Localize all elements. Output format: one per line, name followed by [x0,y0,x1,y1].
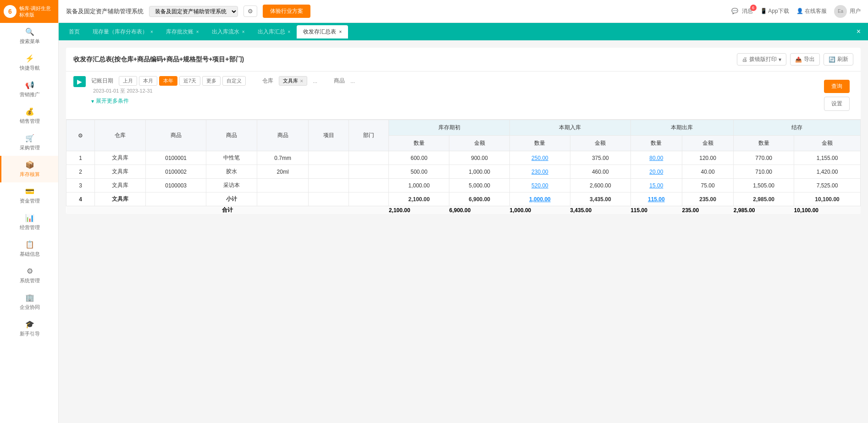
th-warehouse: 仓库 [95,120,146,151]
app-download-area[interactable]: 📱 App下载 [760,7,789,15]
row-in-qty[interactable]: 250.00 [510,151,570,165]
row-spec [257,192,308,206]
row-spec [257,179,308,192]
th-current-in: 本期入库 [510,120,631,136]
tab-batch-account[interactable]: 库存批次账 × [160,25,205,38]
notification-area[interactable]: 💬 6 消息 [731,7,752,15]
row-bal-amt: 7,525.00 [794,179,861,192]
row-out-qty-link[interactable]: 15.00 [649,182,663,189]
row-in-qty-link[interactable]: 230.00 [531,169,548,175]
row-spec: 20ml [257,165,308,179]
sidebar-item-marketing[interactable]: 📢 营销推广 [0,76,58,103]
sidebar-item-purchase[interactable]: 🛒 采购管理 [0,129,58,156]
page-title-bar: 收发存汇总表(按仓库+商品编码+商品+规格型号+项目+部门) 🖨 拨镜版打印 ▾… [66,48,861,71]
tab-close-recv-send-summary[interactable]: × [339,29,342,34]
set-button[interactable]: 设置 [824,97,850,111]
export-button[interactable]: 📤 导出 [790,53,820,66]
row-in-qty-link[interactable]: 520.00 [531,182,548,189]
sidebar: 6 畅库·调好生意 标准版 🔍 搜索菜单 ⚡ 快捷导航 📢 营销推广 💰 销售管… [0,0,59,423]
row-bal-qty: 2,985.00 [734,192,794,206]
tab-recv-send-summary[interactable]: 收发存汇总表 × [297,25,348,38]
sidebar-item-system[interactable]: ⚙ 系统管理 [0,262,58,289]
filter-arrow-button[interactable]: ▶ [73,76,86,87]
row-code: 0100003 [146,179,206,192]
row-in-qty-link[interactable]: 250.00 [531,155,548,161]
tab-close-inout-summary[interactable]: × [288,29,291,34]
trial-button[interactable]: 体验行业方案 [263,5,310,18]
row-in-qty[interactable]: 230.00 [510,165,570,179]
query-button[interactable]: 查询 [824,80,850,93]
sidebar-item-search[interactable]: 🔍 搜索菜单 [0,23,58,49]
sidebar-item-inventory[interactable]: 📦 库存核算 [0,156,58,182]
date-btn-curr-month[interactable]: 本月 [139,76,157,86]
tab-close-inout-flow[interactable]: × [242,29,245,34]
th-current-out: 本期出库 [630,120,734,136]
row-out-qty-link[interactable]: 115.00 [648,196,665,203]
page-content: 收发存汇总表(按仓库+商品编码+商品+规格型号+项目+部门) 🖨 拨镜版打印 ▾… [59,40,868,423]
user-area[interactable]: Ea 用户 [834,5,861,18]
row-out-qty-link[interactable]: 80.00 [649,155,663,161]
date-btn-curr-year[interactable]: 本年 [159,76,177,86]
row-in-qty-link[interactable]: 1,000.00 [529,196,551,203]
th-settings[interactable]: ⚙ [66,120,95,151]
notification-icon: 💬 [731,8,738,14]
online-service-area[interactable]: 👤 在线客服 [796,7,827,15]
date-btn-7days[interactable]: 近7天 [179,76,200,86]
row-department [348,179,389,192]
date-btn-more[interactable]: 更多 [202,76,221,86]
tab-inout-summary[interactable]: 出入库汇总 × [251,25,297,38]
settings-gear-button[interactable]: ⚙ [243,5,257,17]
sidebar-item-operation[interactable]: 📊 经营管理 [0,209,58,236]
sidebar-item-sales[interactable]: 💰 销售管理 [0,103,58,129]
sidebar-item-finance[interactable]: 💳 资金管理 [0,182,58,209]
th-in-amt: 金额 [570,136,630,151]
tab-inout-flow[interactable]: 出入库流水 × [205,25,251,38]
row-spec: 0.7mm [257,151,308,165]
th-bal-amt: 金额 [794,136,861,151]
tab-inventory-dist[interactable]: 现存量（库存分布表） × [86,25,160,38]
logo-icon: 6 [4,5,17,18]
table-row: 1文具库0100001中性笔0.7mm600.00900.00250.00375… [66,151,861,165]
tab-bar-close-button[interactable]: × [853,27,864,36]
system-selector[interactable]: 装备及固定资产辅助管理系统 [149,6,238,17]
row-out-qty[interactable]: 15.00 [630,179,682,192]
expand-button[interactable]: ▾ 展开更多条件 [91,97,815,105]
refresh-button[interactable]: 🔄 刷新 [824,53,853,66]
sidebar-item-basic[interactable]: 📋 基础信息 [0,236,58,262]
date-btn-prev-month[interactable]: 上月 [119,76,137,86]
warehouse-label: 仓库 [262,77,273,85]
warehouse-tag-close[interactable]: × [300,78,303,84]
row-out-qty[interactable]: 80.00 [630,151,682,165]
row-name: 胶水 [206,165,257,179]
tab-home[interactable]: 首页 [62,25,86,38]
warehouse-ellipsis[interactable]: ... [313,78,317,84]
row-no: 1 [66,151,95,165]
sidebar-item-guide[interactable]: 🎓 新手引导 [0,315,58,342]
row-out-qty[interactable]: 20.00 [630,165,682,179]
row-bal-qty: 1,505.00 [734,179,794,192]
total-out-amt: 235.00 [682,206,733,214]
print-button[interactable]: 🖨 拨镜版打印 ▾ [737,53,786,66]
th-in-qty: 数量 [510,136,570,151]
total-out-qty: 115.00 [630,206,682,214]
row-out-amt: 120.00 [682,151,733,165]
row-no: 4 [66,192,95,206]
tab-close-inventory-dist[interactable]: × [150,29,153,34]
date-btn-custom[interactable]: 自定义 [222,76,246,86]
row-name: 小计 [206,192,257,206]
row-out-qty-link[interactable]: 20.00 [649,169,663,175]
row-open-amt: 6,900.00 [449,192,510,206]
row-in-qty[interactable]: 520.00 [510,179,570,192]
row-out-qty[interactable]: 115.00 [630,192,682,206]
row-no: 3 [66,179,95,192]
goods-ellipsis[interactable]: ... [350,78,355,84]
date-range-display: 2023-01-01 至 2023-12-31 [91,88,815,94]
row-warehouse: 文具库 [95,192,146,206]
sidebar-item-quicknav[interactable]: ⚡ 快捷导航 [0,49,58,76]
tab-close-batch-account[interactable]: × [196,29,199,34]
row-in-qty[interactable]: 1,000.00 [510,192,570,206]
th-out-qty: 数量 [630,136,682,151]
sidebar-item-enterprise[interactable]: 🏢 企业协同 [0,289,58,315]
th-bal-qty: 数量 [734,136,794,151]
filter-row-1: 记账日期 上月 本月 本年 近7天 更多 自定义 仓库 文具库 × [91,76,815,86]
